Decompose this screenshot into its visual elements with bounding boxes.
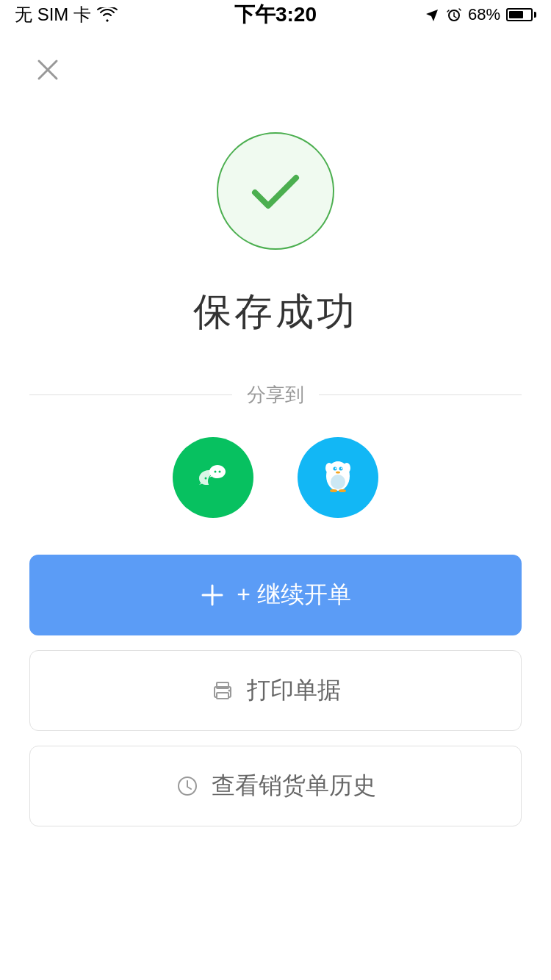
svg-point-6 <box>204 477 206 479</box>
svg-rect-24 <box>217 693 228 699</box>
continue-button-label: + 继续开单 <box>237 579 351 611</box>
alarm-icon <box>446 7 462 23</box>
plus-icon <box>200 583 225 608</box>
svg-point-17 <box>325 463 333 473</box>
main-content: 保存成功 分享到 <box>0 29 551 980</box>
share-icons-container <box>29 437 522 518</box>
svg-point-25 <box>228 690 231 692</box>
svg-point-13 <box>340 467 342 469</box>
share-label: 分享到 <box>247 382 304 408</box>
print-icon <box>210 678 235 703</box>
share-section: 分享到 <box>29 382 522 518</box>
status-bar: 无 SIM 卡 下午3:20 68% <box>0 0 551 29</box>
svg-point-19 <box>331 475 345 489</box>
share-divider: 分享到 <box>29 382 522 408</box>
status-left: 无 SIM 卡 <box>15 3 118 26</box>
svg-point-12 <box>334 467 336 469</box>
print-button-label: 打印单据 <box>247 674 341 707</box>
close-button[interactable] <box>29 51 66 88</box>
svg-point-4 <box>214 470 216 472</box>
share-qq-button[interactable] <box>298 437 378 518</box>
location-icon <box>424 7 440 23</box>
svg-point-16 <box>339 489 346 492</box>
history-icon <box>175 774 200 799</box>
svg-point-5 <box>218 470 220 472</box>
battery-indicator <box>506 8 536 21</box>
status-time: 下午3:20 <box>234 1 317 29</box>
success-icon-circle <box>217 132 334 250</box>
wechat-icon <box>190 458 237 498</box>
history-button[interactable]: 查看销货单历史 <box>29 746 522 826</box>
action-buttons: + 继续开单 打印单据 查看销货单历史 <box>29 555 522 826</box>
svg-point-14 <box>336 471 340 473</box>
svg-point-15 <box>330 489 337 492</box>
print-button[interactable]: 打印单据 <box>29 650 522 731</box>
history-button-label: 查看销货单历史 <box>212 770 376 802</box>
status-right: 68% <box>424 5 536 24</box>
checkmark-icon <box>246 162 305 220</box>
battery-percent: 68% <box>468 5 500 24</box>
continue-button[interactable]: + 继续开单 <box>29 555 522 635</box>
qq-icon <box>314 454 362 502</box>
svg-point-18 <box>343 463 350 473</box>
share-wechat-button[interactable] <box>173 437 253 518</box>
network-status: 无 SIM 卡 <box>15 3 91 26</box>
wifi-icon <box>97 7 118 22</box>
svg-point-7 <box>209 477 211 479</box>
success-title: 保存成功 <box>193 287 358 338</box>
